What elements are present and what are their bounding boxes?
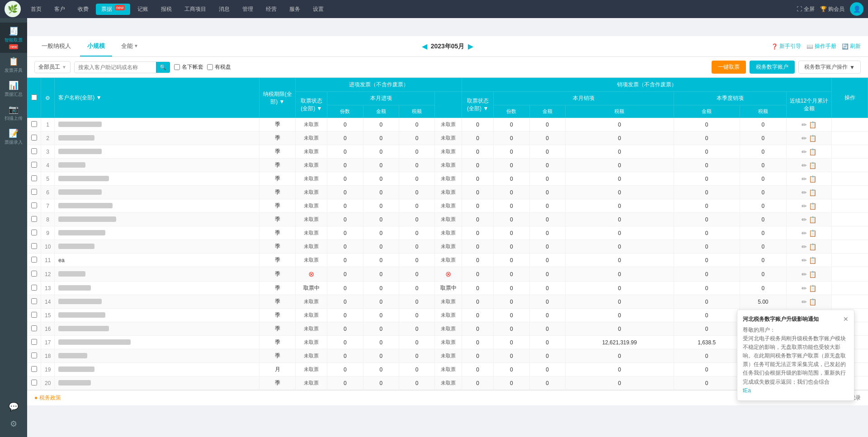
edit-btn[interactable]: ✏	[802, 271, 807, 278]
row-checkbox[interactable]	[31, 285, 37, 291]
sub-ledger-checkbox[interactable]	[174, 64, 180, 70]
edit-btn[interactable]: ✏	[802, 257, 807, 264]
edit-btn[interactable]: ✏	[802, 148, 807, 155]
employee-select[interactable]: 全部员工 ▼	[34, 61, 71, 73]
row-checkbox[interactable]	[31, 202, 37, 208]
sidebar-item-invoice-open[interactable]: 📋 发票开具	[0, 53, 27, 77]
copy-btn[interactable]: 📋	[809, 202, 816, 210]
row-checkbox[interactable]	[31, 148, 37, 154]
has-tax-checkbox[interactable]	[207, 64, 213, 70]
refresh-link[interactable]: 🔄 刷新	[842, 42, 861, 50]
sidebar-item-config[interactable]: ⚙	[0, 415, 27, 432]
tab-small-scale[interactable]: 小规模	[80, 37, 112, 56]
edit-btn[interactable]: ✏	[802, 285, 807, 292]
nav-message[interactable]: 消息	[213, 4, 235, 15]
search-button[interactable]: 🔍	[156, 62, 170, 73]
copy-btn[interactable]: 📋	[809, 175, 816, 183]
row-checkbox[interactable]	[31, 257, 37, 263]
copy-btn[interactable]: 📋	[809, 285, 816, 292]
sidebar-item-label: 发票开具	[5, 68, 23, 73]
nav-accounting[interactable]: 记账	[132, 4, 154, 15]
row-checkbox[interactable]	[31, 243, 37, 249]
row-checkbox[interactable]	[31, 216, 37, 222]
edit-btn[interactable]: ✏	[802, 189, 807, 196]
row-checkbox[interactable]	[31, 230, 37, 235]
fullscreen-btn[interactable]: ⛶ 全屏	[797, 5, 814, 13]
tab-general-taxpayer[interactable]: 一般纳税人	[34, 37, 78, 56]
row-checkbox[interactable]	[31, 325, 37, 331]
in-amount-cell: 0	[363, 199, 399, 213]
sidebar-item-smart-ticket[interactable]: 🧾 智能取票 new	[0, 23, 27, 53]
copy-btn[interactable]: 📋	[809, 189, 816, 196]
new-guide-link[interactable]: ❓ 新手引导	[771, 42, 801, 50]
nav-fee[interactable]: 收费	[72, 4, 94, 15]
th-ops: 操作	[832, 78, 868, 118]
copy-btn[interactable]: 📋	[809, 257, 816, 264]
row-checkbox[interactable]	[31, 162, 37, 168]
sidebar-item-ticket-summary[interactable]: 📊 票据汇总	[0, 77, 27, 101]
row-checkbox[interactable]	[31, 298, 37, 304]
nav-service[interactable]: 服务	[284, 4, 306, 15]
tab-all[interactable]: 全能 ▼	[114, 37, 146, 56]
row-checkbox[interactable]	[31, 271, 37, 277]
nav-settings[interactable]: 设置	[307, 4, 329, 15]
row-checkbox[interactable]	[31, 339, 37, 345]
edit-btn[interactable]: ✏	[802, 162, 807, 169]
row-checkbox[interactable]	[31, 135, 37, 141]
row-checkbox[interactable]	[31, 352, 37, 358]
copy-btn[interactable]: 📋	[809, 216, 816, 223]
edit-btn[interactable]: ✏	[802, 175, 807, 183]
copy-btn[interactable]: 📋	[809, 298, 816, 305]
copy-btn[interactable]: 📋	[809, 162, 816, 169]
edit-btn[interactable]: ✏	[802, 230, 807, 237]
copy-btn[interactable]: 📋	[809, 230, 816, 237]
sidebar-item-chat[interactable]: 💬	[0, 398, 27, 415]
nav-business[interactable]: 工商项目	[179, 4, 212, 15]
row-checkbox[interactable]	[31, 121, 37, 127]
tax-digital-ops-btn[interactable]: 税务数字账户操作 ▼	[798, 61, 861, 74]
customer-name-cell: ████████████████	[55, 213, 259, 226]
row-checkbox[interactable]	[31, 366, 37, 372]
copy-btn[interactable]: 📋	[809, 148, 816, 155]
manual-link[interactable]: 📖 操作手册	[807, 42, 836, 50]
copy-btn[interactable]: 📋	[809, 243, 816, 250]
sidebar-item-scan-upload[interactable]: 📷 扫描上传	[0, 101, 27, 125]
nav-home[interactable]: 首页	[25, 4, 47, 15]
tea-link[interactable]: tEa	[743, 387, 751, 394]
one-click-ticket-btn[interactable]: 一键取票	[712, 61, 746, 74]
nav-ticket[interactable]: 票据 new	[96, 4, 130, 15]
nav-customer[interactable]: 客户	[49, 4, 71, 15]
row-checkbox[interactable]	[31, 312, 37, 318]
nav-tax[interactable]: 报税	[156, 4, 177, 15]
date-next-btn[interactable]: ▶	[468, 42, 473, 51]
user-avatar[interactable]: 👤	[850, 2, 863, 16]
edit-btn[interactable]: ✏	[802, 243, 807, 250]
edit-btn[interactable]: ✏	[802, 216, 807, 223]
out-amount-cell: 0	[494, 199, 529, 213]
tax-digital-account-btn[interactable]: 税务数字账户	[750, 61, 795, 74]
tax-policy-link[interactable]: ● 税务政策	[34, 394, 61, 402]
copy-btn[interactable]: 📋	[809, 271, 816, 278]
edit-btn[interactable]: ✏	[802, 135, 807, 142]
row-checkbox[interactable]	[31, 380, 37, 385]
nav-operation[interactable]: 经营	[260, 4, 282, 15]
nav-admin[interactable]: 管理	[237, 4, 259, 15]
row-checkbox[interactable]	[31, 189, 37, 195]
date-prev-btn[interactable]: ◀	[422, 42, 427, 51]
period-cell: 季	[259, 282, 296, 295]
notification-close-btn[interactable]: ✕	[843, 315, 849, 323]
select-all-checkbox[interactable]	[31, 94, 37, 100]
copy-btn[interactable]: 📋	[809, 121, 816, 128]
edit-btn[interactable]: ✏	[802, 202, 807, 210]
row-checkbox[interactable]	[31, 175, 37, 181]
edit-btn[interactable]: ✏	[802, 298, 807, 305]
edit-btn[interactable]: ✏	[802, 121, 807, 128]
sidebar-item-ticket-entry[interactable]: 📝 票据录入	[0, 125, 27, 149]
has-tax-checkbox-label[interactable]: 有税盘	[207, 63, 231, 71]
customer-name-cell: ██████████████	[55, 172, 259, 186]
search-input[interactable]	[75, 62, 156, 72]
sub-ledger-checkbox-label[interactable]: 名下帐套	[174, 63, 203, 71]
member-btn[interactable]: 🏆 购会员	[820, 5, 844, 13]
chevron-icon: ▼	[62, 65, 66, 70]
copy-btn[interactable]: 📋	[809, 135, 816, 142]
